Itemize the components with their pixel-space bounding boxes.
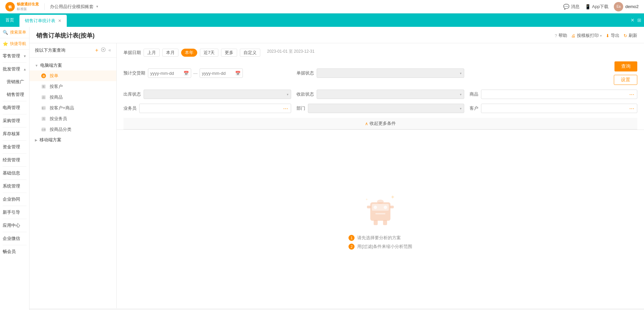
tab-sales-stats[interactable]: 销售订单统计表 ✕	[19, 15, 67, 27]
help-button[interactable]: ? 帮助	[555, 33, 567, 39]
order-status-select[interactable]	[317, 68, 464, 78]
sidebar-item-enterprise-wechat[interactable]: 企业微信	[0, 232, 29, 245]
filter-row-3: 出库状态 ▾ 收款状态	[123, 90, 637, 99]
scheme-by-salesperson-label: 按业务员	[50, 116, 67, 122]
sidebar-operations-label: 经营管理	[3, 157, 20, 163]
sidebar-item-member[interactable]: 畅会员	[0, 245, 29, 258]
mobile-group-arrow: ▶	[35, 138, 38, 142]
window-title-dropdown[interactable]: ▾	[96, 4, 98, 9]
window-close-icon[interactable]: ✕	[631, 17, 635, 23]
query-button[interactable]: 查询	[614, 61, 637, 71]
date-label: 单据日期	[123, 50, 141, 56]
settings-scheme-button[interactable]	[101, 47, 106, 53]
page-title: 销售订单统计表(按单)	[36, 32, 95, 40]
department-select[interactable]	[308, 104, 464, 113]
app-download-button[interactable]: 📱 App下载	[585, 4, 608, 10]
template-print-button[interactable]: 🖨 按模板打印 ▾	[571, 33, 602, 39]
scheme-item-by-customer-product[interactable]: 客+ 按客户+商品	[30, 103, 116, 113]
sidebar-item-operations[interactable]: 经营管理	[0, 154, 29, 166]
sidebar-quick-nav[interactable]: ⭐ 快捷导航	[0, 38, 29, 50]
right-content: 单据日期 上月 本月 本年 近7天 更多 自定义 2023-01-01 至 20…	[117, 43, 644, 308]
sidebar-item-finance[interactable]: 资金管理	[0, 141, 29, 153]
date-btn-this-month[interactable]: 本月	[162, 49, 178, 57]
sidebar-item-retail[interactable]: 零售管理 ▼	[0, 50, 29, 62]
export-button[interactable]: ⬇ 导出	[606, 33, 620, 39]
tab-home[interactable]: 首页	[0, 13, 19, 27]
message-button[interactable]: 💬 消息	[563, 4, 580, 10]
sidebar-item-system[interactable]: 系统管理	[0, 180, 29, 193]
filter-goods: 商品 ···	[470, 90, 637, 99]
order-status-select-wrapper: ▾	[317, 68, 464, 78]
add-scheme-button[interactable]: +	[95, 47, 98, 53]
sidebar-item-inventory[interactable]: 库存核算	[0, 127, 29, 140]
print-dropdown-arrow[interactable]: ▾	[600, 34, 602, 38]
empty-tip-2: 2 用[过滤]条件来缩小分析范围	[348, 244, 412, 250]
scheme-item-by-customer[interactable]: 客 按客户	[30, 81, 116, 92]
customer-input-area[interactable]: ···	[481, 104, 637, 113]
svg-text:客+: 客+	[42, 107, 45, 109]
date-btn-last-month[interactable]: 上月	[144, 49, 160, 57]
customer-dots[interactable]: ···	[629, 105, 634, 112]
empty-illustration: ✦ ✦	[362, 189, 399, 227]
salesperson-input-area[interactable]: ···	[139, 104, 291, 113]
scheme-by-order-label: 按单	[50, 73, 58, 79]
scheme-item-by-salesperson[interactable]: 员 按业务员	[30, 113, 116, 124]
date-btn-this-year[interactable]: 本年	[181, 49, 197, 57]
user-area[interactable]: Ea demo2	[614, 2, 639, 11]
sidebar-item-purchase[interactable]: 采购管理	[0, 114, 29, 127]
filter-row-1: 单据日期 上月 本月 本年 近7天 更多 自定义 2023-01-01 至 20…	[123, 49, 637, 57]
settings-button[interactable]: 设置	[614, 75, 637, 85]
mobile-scheme-group: ▶ 移动端方案	[30, 135, 116, 145]
goods-input-area[interactable]: ···	[481, 90, 637, 99]
refresh-button[interactable]: ↻ 刷新	[624, 33, 637, 39]
sidebar-item-appcenter[interactable]: 应用中心	[0, 219, 29, 232]
scheme-item-by-order[interactable]: 单 按单	[30, 70, 116, 81]
sidebar-newbie-label: 新手引导	[3, 209, 20, 215]
svg-text:单: 单	[42, 74, 45, 78]
scheme-item-by-product[interactable]: 品 按商品	[30, 92, 116, 103]
page-actions: ? 帮助 🖨 按模板打印 ▾ ⬇ 导出 ↻ 刷新	[555, 33, 637, 39]
collapse-row[interactable]: ∧ 收起更多条件	[123, 118, 637, 130]
date-btn-more[interactable]: 更多	[221, 49, 237, 57]
sidebar-item-ecommerce[interactable]: 电商管理	[0, 101, 29, 114]
end-date-input-wrapper[interactable]: 📅	[200, 68, 243, 78]
filter-panel: 单据日期 上月 本月 本年 近7天 更多 自定义 2023-01-01 至 20…	[117, 43, 644, 130]
start-date-input[interactable]	[150, 71, 182, 76]
svg-text:客: 客	[42, 85, 45, 88]
collapse-panel-button[interactable]: «	[108, 47, 111, 53]
date-btn-7days[interactable]: 近7天	[200, 49, 218, 57]
salesperson-dots[interactable]: ···	[283, 105, 288, 112]
chevron-up-icon: ▲	[23, 67, 26, 71]
sidebar-item-sales[interactable]: 销售管理	[0, 88, 29, 101]
sidebar-item-basic[interactable]: 基础信息	[0, 167, 29, 179]
tab-close-icon[interactable]: ✕	[58, 18, 61, 23]
sidebar-item-marketing[interactable]: 营销推广	[0, 75, 29, 88]
filter-receipt-status: 收款状态 ▾	[297, 90, 464, 99]
start-date-input-wrapper[interactable]: 📅	[148, 68, 191, 78]
sales-stats-tab-label: 销售订单统计表	[25, 18, 55, 24]
mobile-scheme-group-header[interactable]: ▶ 移动端方案	[30, 135, 116, 145]
sidebar-item-wholesale[interactable]: 批发管理 ▲	[0, 63, 29, 75]
sidebar-search[interactable]: 🔍 搜索菜单	[0, 27, 29, 38]
shipment-status-select[interactable]	[144, 90, 291, 99]
collapse-arrow-icon: ∧	[365, 121, 368, 126]
desktop-scheme-group-header[interactable]: ▼ 电脑端方案	[30, 60, 116, 70]
svg-point-25	[377, 200, 384, 204]
filter-department: 部门 ▾	[297, 104, 464, 113]
action-buttons: 查询 设置	[470, 61, 637, 85]
goods-dots[interactable]: ···	[629, 91, 634, 98]
date-btn-custom[interactable]: 自定义	[240, 49, 260, 57]
sidebar-item-newbie[interactable]: 新手引导	[0, 206, 29, 219]
scheme-item-by-product-category[interactable]: 分类 按商品分类	[30, 124, 116, 135]
main-split: 按以下方案查询 + «	[30, 43, 644, 308]
top-bar-left: 畅 畅捷通好生意 标准版 办公用品行业模拟账套 ▾	[5, 2, 98, 11]
window-maximize-icon[interactable]: ⊞	[637, 17, 641, 23]
end-date-input[interactable]	[202, 71, 234, 76]
receipt-status-select[interactable]	[317, 90, 464, 99]
sidebar-item-enterprise[interactable]: 企业协同	[0, 193, 29, 206]
home-tab-label: 首页	[5, 17, 14, 23]
customer-label: 客户	[470, 105, 478, 111]
refresh-icon: ↻	[624, 33, 627, 38]
scheme-by-product-label: 按商品	[50, 94, 63, 100]
sidebar: 🔍 搜索菜单 ⭐ 快捷导航 零售管理 ▼ 批发管理 ▲ 营销推广 销售管理 电商…	[0, 27, 30, 310]
